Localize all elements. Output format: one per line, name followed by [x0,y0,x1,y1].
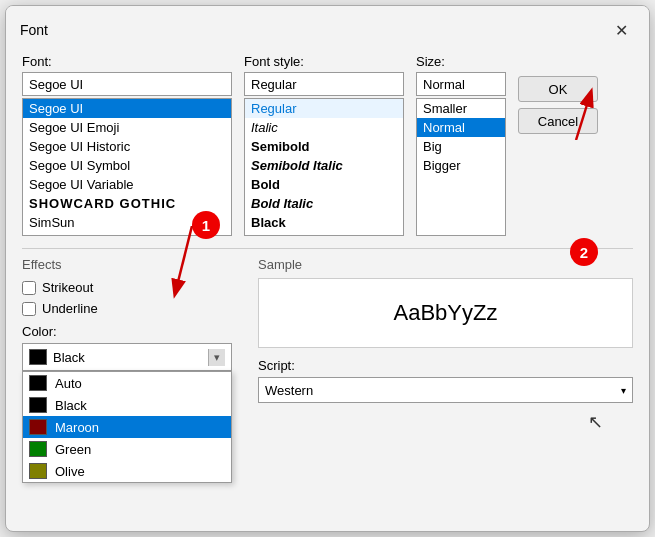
buttons-col: OK Cancel 2 [518,54,598,236]
color-dropdown-container: Black ▾ Auto Black [22,343,232,371]
list-item[interactable]: Italic [245,118,403,137]
script-value: Western [265,383,313,398]
list-item[interactable]: Big [417,137,505,156]
underline-checkbox[interactable] [22,302,36,316]
effects-title: Effects [22,257,242,272]
list-item[interactable]: Bigger [417,156,505,175]
list-item[interactable]: Normal [417,118,505,137]
size-input[interactable] [416,72,506,96]
dialog-title: Font [20,22,48,38]
dialog-body: Font: Segoe UI Segoe UI Emoji Segoe UI H… [6,50,649,449]
top-row: Font: Segoe UI Segoe UI Emoji Segoe UI H… [22,54,633,236]
color-option-auto-label: Auto [55,376,82,391]
list-item[interactable]: Bold Italic [245,194,403,213]
color-option-maroon[interactable]: Maroon [23,416,231,438]
color-swatch-olive [29,463,47,479]
style-list[interactable]: Regular Italic Semibold Semibold Italic … [244,98,404,236]
list-item[interactable]: Segoe UI Symbol [23,156,231,175]
list-item[interactable]: Segoe UI Historic [23,137,231,156]
script-select[interactable]: Western ▾ [258,377,633,403]
list-item[interactable]: Regular [245,99,403,118]
color-swatch-green [29,441,47,457]
strikeout-label: Strikeout [42,280,93,295]
font-label: Font: [22,54,232,69]
strikeout-row: Strikeout [22,280,242,295]
style-input[interactable] [244,72,404,96]
size-list[interactable]: Smaller Normal Big Bigger [416,98,506,236]
color-dropdown[interactable]: Auto Black Maroon Green [22,371,232,483]
style-group: Font style: Regular Italic Semibold Semi… [244,54,404,236]
cancel-button[interactable]: Cancel [518,108,598,134]
color-label: Color: [22,324,242,339]
size-label: Size: [416,54,506,69]
color-option-auto[interactable]: Auto [23,372,231,394]
color-dropdown-arrow: ▾ [208,349,225,366]
color-option-olive-label: Olive [55,464,85,479]
list-item[interactable]: Black [245,213,403,232]
cursor-area: ↖ [258,403,633,433]
style-label: Font style: [244,54,404,69]
list-item[interactable]: Semibold Italic [245,156,403,175]
sample-box: AaBbYyZz [258,278,633,348]
color-option-maroon-label: Maroon [55,420,99,435]
close-button[interactable]: ✕ [607,16,635,44]
font-dialog: Font ✕ Font: Segoe UI Segoe UI Emoji Seg… [5,5,650,532]
color-value: Black [53,350,85,365]
list-item[interactable]: Semibold [245,137,403,156]
title-bar: Font ✕ [6,6,649,50]
list-item[interactable]: Smaller [417,99,505,118]
color-option-green-label: Green [55,442,91,457]
font-group: Font: Segoe UI Segoe UI Emoji Segoe UI H… [22,54,232,236]
color-swatch-maroon [29,419,47,435]
size-group: Size: Smaller Normal Big Bigger [416,54,506,236]
list-item[interactable]: Segoe UI Variable [23,175,231,194]
color-option-black-label: Black [55,398,87,413]
list-item[interactable]: Segoe UI [23,99,231,118]
script-label: Script: [258,358,633,373]
annotation-2: 2 [570,238,598,266]
sample-col: Sample AaBbYyZz Script: Western ▾ ↖ [258,257,633,433]
strikeout-checkbox[interactable] [22,281,36,295]
underline-row: Underline [22,301,242,316]
list-item[interactable]: Segoe UI Emoji [23,118,231,137]
color-select-button[interactable]: Black ▾ [22,343,232,371]
underline-label: Underline [42,301,98,316]
sample-text: AaBbYyZz [394,300,498,326]
cursor-icon: ↖ [588,411,603,433]
color-swatch-auto [29,375,47,391]
color-swatch-black [29,397,47,413]
list-item[interactable]: Bold [245,175,403,194]
ok-button[interactable]: OK [518,76,598,102]
bottom-row: Effects Strikeout Underline Color: Black… [22,257,633,433]
color-option-olive[interactable]: Olive [23,460,231,482]
color-option-green[interactable]: Green [23,438,231,460]
divider [22,248,633,249]
font-input[interactable] [22,72,232,96]
effects-col: Effects Strikeout Underline Color: Black… [22,257,242,433]
annotation-1: 1 [192,211,220,239]
color-option-black[interactable]: Black [23,394,231,416]
color-swatch [29,349,47,365]
chevron-down-icon: ▾ [621,385,626,396]
list-item[interactable]: SHOWCARD GOTHIC [23,194,231,213]
